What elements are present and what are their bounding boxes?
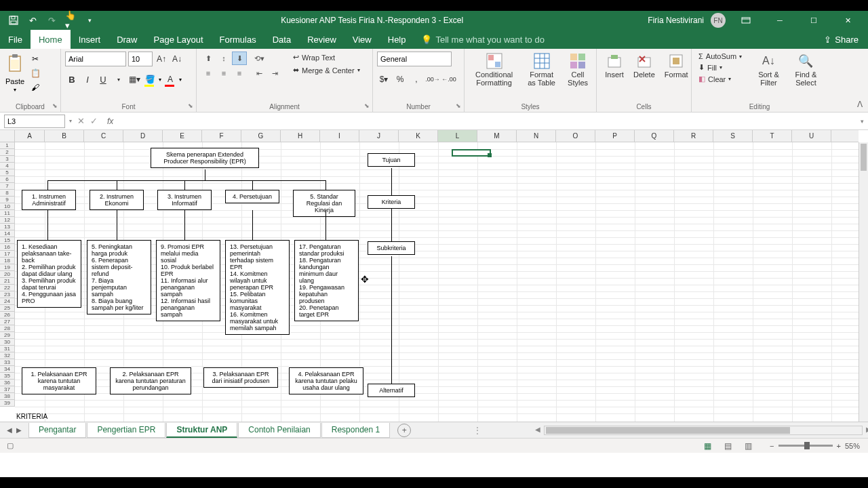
font-name-select[interactable]: Arial: [65, 52, 126, 66]
tab-formulas[interactable]: Formulas: [212, 30, 264, 49]
row-header[interactable]: 9: [0, 197, 15, 203]
share-button[interactable]: ⇪ Share: [814, 35, 868, 45]
row-header[interactable]: 6: [0, 176, 15, 183]
row-header[interactable]: 21: [0, 278, 15, 285]
save-icon[interactable]: [8, 15, 19, 26]
row-header[interactable]: 7: [0, 183, 15, 190]
minimize-button[interactable]: ─: [766, 11, 793, 30]
autosum-button[interactable]: ΣAutoSum▾: [696, 52, 745, 61]
row-header[interactable]: 15: [0, 237, 15, 244]
copy-icon[interactable]: 📋: [28, 67, 42, 79]
column-header[interactable]: F: [202, 130, 241, 142]
column-header[interactable]: I: [320, 130, 359, 142]
tab-draw[interactable]: Draw: [108, 30, 145, 49]
worksheet[interactable]: ABCDEFGHIJKLMNOPQRSTU 123456789101112131…: [0, 130, 868, 422]
underline-button[interactable]: U: [96, 72, 110, 87]
align-center-icon[interactable]: ≡: [216, 66, 231, 80]
fx-icon[interactable]: fx: [103, 117, 117, 126]
row-header[interactable]: 1: [0, 142, 15, 149]
bold-button[interactable]: B: [65, 72, 79, 87]
zoom-in-icon[interactable]: +: [837, 442, 841, 450]
clear-button[interactable]: ◧Clear▾: [696, 74, 745, 84]
collapse-ribbon-icon[interactable]: ᐱ: [857, 100, 863, 109]
column-header[interactable]: T: [753, 130, 792, 142]
column-header[interactable]: M: [477, 130, 517, 142]
maximize-button[interactable]: ☐: [800, 11, 827, 30]
fill-button[interactable]: ⬇Fill▾: [696, 62, 745, 73]
avatar[interactable]: FN: [711, 13, 726, 28]
row-header[interactable]: 33: [0, 359, 15, 366]
page-break-view-icon[interactable]: ▥: [738, 440, 757, 452]
column-header[interactable]: S: [713, 130, 753, 142]
increase-indent-icon[interactable]: ⇥: [267, 66, 282, 80]
row-header[interactable]: 20: [0, 271, 15, 278]
row-header[interactable]: 3: [0, 156, 15, 163]
sheet-tab[interactable]: Struktur ANP: [166, 423, 237, 438]
column-header[interactable]: R: [674, 130, 713, 142]
expand-formula-icon[interactable]: ▾: [856, 118, 868, 125]
row-header[interactable]: 32: [0, 352, 15, 359]
row-header[interactable]: 10: [0, 203, 15, 210]
number-format-select[interactable]: General: [377, 52, 452, 66]
horizontal-scrollbar[interactable]: ◀ ▶: [544, 426, 863, 435]
user-name[interactable]: Firia Nestivirani: [648, 16, 704, 25]
decrease-decimal-icon[interactable]: ←.00: [442, 72, 456, 87]
touch-icon[interactable]: 👆▾: [65, 15, 76, 26]
column-header[interactable]: L: [438, 130, 477, 142]
row-header[interactable]: 24: [0, 298, 15, 305]
tab-insert[interactable]: Insert: [71, 30, 109, 49]
row-header[interactable]: 11: [0, 210, 15, 217]
row-header[interactable]: 22: [0, 285, 15, 291]
row-header[interactable]: 17: [0, 251, 15, 258]
font-size-select[interactable]: 10: [128, 52, 153, 66]
zoom-level[interactable]: 55%: [845, 442, 860, 450]
tab-file[interactable]: File: [0, 30, 31, 49]
comma-icon[interactable]: ,: [410, 72, 423, 87]
column-header[interactable]: K: [399, 130, 438, 142]
tab-help[interactable]: Help: [380, 30, 414, 49]
sheet-tab[interactable]: Responden 1: [321, 423, 390, 438]
vertical-scrollbar[interactable]: [859, 142, 868, 422]
row-header[interactable]: 8: [0, 190, 15, 197]
cut-icon[interactable]: ✂: [28, 53, 42, 65]
font-launcher[interactable]: ⬊: [188, 102, 193, 109]
increase-font-icon[interactable]: A↑: [155, 52, 168, 66]
hscroll-thumb[interactable]: [546, 427, 790, 434]
new-sheet-button[interactable]: +: [397, 424, 411, 437]
row-header[interactable]: 14: [0, 230, 15, 237]
decrease-indent-icon[interactable]: ⇤: [252, 66, 267, 80]
align-middle-icon[interactable]: ↕: [216, 52, 231, 65]
sort-filter-button[interactable]: A↓ Sort & Filter: [753, 52, 785, 87]
paste-button[interactable]: [4, 52, 26, 76]
redo-icon[interactable]: ↷: [46, 15, 57, 26]
tellme-search[interactable]: 💡 Tell me what you want to do: [414, 35, 551, 45]
alignment-launcher[interactable]: ⬊: [364, 102, 370, 109]
cell-styles-button[interactable]: Cell Styles: [564, 52, 592, 87]
tab-review[interactable]: Review: [299, 30, 344, 49]
cells-format-button[interactable]: Format: [660, 52, 692, 79]
column-header[interactable]: A: [15, 130, 45, 142]
selected-cell[interactable]: [452, 149, 491, 157]
row-header[interactable]: 25: [0, 305, 15, 312]
clipboard-launcher[interactable]: ⬊: [52, 102, 58, 109]
percent-icon[interactable]: %: [393, 72, 407, 87]
column-header[interactable]: B: [45, 130, 84, 142]
row-header[interactable]: 34: [0, 366, 15, 373]
row-header[interactable]: 5: [0, 169, 15, 176]
tab-page-layout[interactable]: Page Layout: [146, 30, 212, 49]
column-header[interactable]: P: [595, 130, 635, 142]
fill-color-icon[interactable]: 🪣: [143, 72, 157, 87]
row-header[interactable]: 4: [0, 163, 15, 169]
name-box[interactable]: L3: [4, 115, 65, 128]
undo-icon[interactable]: ↶: [27, 15, 38, 26]
row-header[interactable]: 19: [0, 264, 15, 271]
zoom-slider[interactable]: [778, 445, 833, 447]
column-header[interactable]: H: [281, 130, 320, 142]
qat-customize-icon[interactable]: ▾: [84, 15, 95, 26]
normal-view-icon[interactable]: ▦: [698, 440, 717, 452]
formula-input[interactable]: [117, 115, 856, 128]
sheet-tab[interactable]: Contoh Penilaian: [238, 423, 320, 438]
column-header[interactable]: O: [556, 130, 595, 142]
row-header[interactable]: 39: [0, 400, 15, 407]
format-painter-icon[interactable]: 🖌: [28, 81, 42, 94]
